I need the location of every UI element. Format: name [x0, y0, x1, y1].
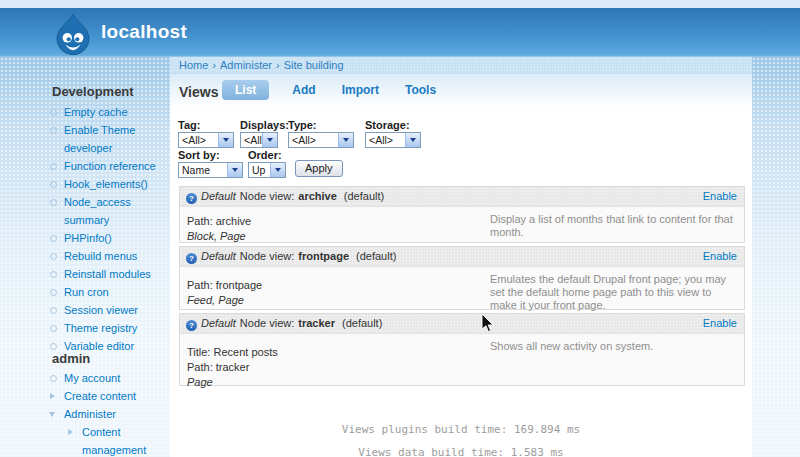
drupal-logo-icon[interactable] [54, 12, 92, 60]
help-icon[interactable]: ? [186, 253, 197, 264]
circle-bullet-icon [50, 375, 57, 382]
sidebar-item-function-reference[interactable]: Function reference [64, 157, 176, 175]
collapsed-arrow-icon[interactable] [50, 393, 55, 399]
circle-bullet-icon [50, 343, 57, 350]
displays-filter-select[interactable]: <All> [240, 132, 278, 148]
view-row-tracker: ?DefaultNode view:tracker(default) Enabl… [179, 313, 745, 386]
view-description: Shows all new activity on system. [490, 340, 740, 353]
tab-tools[interactable]: Tools [396, 80, 445, 100]
sidebar-item-enable-theme-developer[interactable]: Enable Theme developer [64, 121, 176, 157]
page-title: Views [179, 84, 218, 100]
sidebar-item-empty-cache[interactable]: Empty cache [64, 103, 176, 121]
sort-by-select[interactable]: Name [178, 162, 243, 178]
site-header: localhost [0, 8, 800, 57]
tab-list[interactable]: List [222, 80, 269, 100]
enable-link[interactable]: Enable [703, 314, 737, 333]
tab-import[interactable]: Import [333, 80, 388, 100]
enable-link[interactable]: Enable [703, 187, 737, 206]
enable-link[interactable]: Enable [703, 247, 737, 266]
dropdown-arrow-icon[interactable] [338, 133, 353, 147]
apply-button[interactable]: Apply [295, 160, 343, 177]
circle-bullet-icon [50, 181, 57, 188]
view-description: Emulates the default Drupal front page; … [490, 273, 740, 312]
tag-filter-select[interactable]: <All> [178, 132, 234, 148]
order-select[interactable]: Up [248, 162, 286, 178]
breadcrumb-administer-link[interactable]: Administer [220, 59, 272, 71]
view-row-frontpage: ?DefaultNode view:frontpage(default) Ena… [179, 246, 745, 310]
view-path: Path: tracker [187, 360, 744, 375]
sidebar-item-create-content[interactable]: Create content [64, 387, 176, 405]
sidebar-heading-admin: admin [52, 351, 90, 366]
sidebar-item-reinstall-modules[interactable]: Reinstall modules [64, 265, 176, 283]
sidebar-heading-development: Development [52, 84, 134, 99]
help-icon[interactable]: ? [186, 320, 197, 331]
main-content-panel: Home›Administer›Site building Views List… [170, 57, 752, 457]
sort-by-label: Sort by: [178, 149, 220, 161]
views-plugins-build-time: Views plugins build time: 169.894 ms [170, 423, 752, 436]
view-row-header: ?DefaultNode view:tracker(default) Enabl… [180, 314, 744, 334]
view-row-header: ?DefaultNode view:frontpage(default) Ena… [180, 247, 744, 267]
views-data-build-time: Views data build time: 1.583 ms [170, 446, 752, 457]
dropdown-arrow-icon[interactable] [262, 133, 277, 147]
sidebar-item-phpinfo[interactable]: PHPinfo() [64, 229, 176, 247]
tab-add[interactable]: Add [283, 80, 324, 100]
sidebar-item-node-access-summary[interactable]: Node_access summary [64, 193, 176, 229]
displays-filter-label: Displays: [240, 119, 289, 131]
view-row-body: Path: archive Block, Page Display a list… [180, 207, 744, 244]
storage-filter-label: Storage: [365, 119, 410, 131]
sidebar-item-rebuild-menus[interactable]: Rebuild menus [64, 247, 176, 265]
circle-bullet-icon [50, 199, 57, 206]
circle-bullet-icon [50, 253, 57, 260]
circle-bullet-icon [50, 109, 57, 116]
top-edge-strip [0, 0, 800, 8]
sidebar-item-administer[interactable]: Administer [64, 405, 176, 423]
sidebar-item-session-viewer[interactable]: Session viewer [64, 301, 176, 319]
circle-bullet-icon [50, 163, 57, 170]
dropdown-arrow-icon[interactable] [227, 163, 242, 177]
type-filter-select[interactable]: <All> [288, 132, 354, 148]
sidebar-item-content-management[interactable]: Content management [82, 423, 176, 457]
breadcrumb-site-building-link[interactable]: Site building [284, 59, 344, 71]
dropdown-arrow-icon[interactable] [270, 163, 285, 177]
sidebar-item-hook-elements[interactable]: Hook_elements() [64, 175, 176, 193]
circle-bullet-icon [50, 289, 57, 296]
sidebar-development-menu: Empty cache Enable Theme developer Funct… [64, 103, 176, 355]
expanded-arrow-icon[interactable] [49, 412, 55, 417]
sidebar-item-run-cron[interactable]: Run cron [64, 283, 176, 301]
circle-bullet-icon [50, 127, 57, 134]
sidebar: Development Empty cache Enable Theme dev… [0, 57, 170, 457]
sidebar-admin-menu: My account Create content Administer Con… [64, 369, 176, 457]
circle-bullet-icon [50, 325, 57, 332]
help-icon[interactable]: ? [186, 193, 197, 204]
collapsed-arrow-icon[interactable] [68, 429, 73, 435]
circle-bullet-icon [50, 271, 57, 278]
circle-bullet-icon [50, 235, 57, 242]
dropdown-arrow-icon[interactable] [218, 133, 233, 147]
dropdown-arrow-icon[interactable] [405, 133, 420, 147]
view-row-body: Title: Recent posts Path: tracker Page S… [180, 334, 744, 390]
breadcrumb: Home›Administer›Site building [170, 57, 752, 74]
storage-filter-select[interactable]: <All> [365, 132, 421, 148]
circle-bullet-icon [50, 307, 57, 314]
breadcrumb-home-link[interactable]: Home [179, 59, 208, 71]
view-row-archive: ?DefaultNode view:archive(default) Enabl… [179, 186, 745, 243]
site-title: localhost [101, 21, 187, 43]
breadcrumb-separator: › [276, 59, 280, 71]
mouse-cursor [481, 314, 494, 337]
order-label: Order: [248, 149, 282, 161]
breadcrumb-separator: › [212, 59, 216, 71]
view-displays: Page [187, 375, 744, 390]
title-band: Views List Add Import Tools [170, 74, 752, 111]
sidebar-item-my-account[interactable]: My account [64, 369, 176, 387]
view-row-body: Path: frontpage Feed, Page Emulates the … [180, 267, 744, 308]
sidebar-item-theme-registry[interactable]: Theme registry [64, 319, 176, 337]
tag-filter-label: Tag: [178, 119, 200, 131]
view-row-header: ?DefaultNode view:archive(default) Enabl… [180, 187, 744, 207]
tabs: List Add Import Tools [222, 80, 445, 100]
type-filter-label: Type: [288, 119, 317, 131]
view-description: Display a list of months that link to co… [490, 213, 740, 239]
